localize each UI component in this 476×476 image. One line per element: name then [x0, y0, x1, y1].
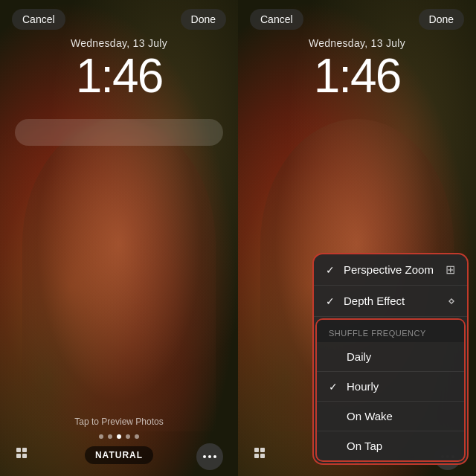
shuffle-frequency-title: Shuffle Frequency: [329, 329, 426, 338]
hourly-left: ✓ Hourly: [329, 380, 379, 393]
depth-effect-check: ✓: [326, 295, 338, 307]
perspective-zoom-left: ✓ Perspective Zoom: [326, 263, 434, 276]
left-lock-info: Wednesday, 13 July 1:46: [0, 37, 238, 100]
svg-rect-5: [260, 448, 265, 452]
right-lock-info: Wednesday, 13 July 1:46: [238, 37, 476, 100]
svg-rect-0: [16, 448, 21, 452]
right-date: Wednesday, 13 July: [238, 37, 476, 49]
daily-label: Daily: [347, 350, 371, 363]
depth-effect-label: Depth Effect: [344, 295, 405, 307]
left-tap-preview: Tap to Preview Photos: [74, 416, 163, 427]
perspective-zoom-icon: ⊞: [446, 263, 455, 277]
perspective-zoom-check: ✓: [326, 264, 338, 276]
dot-2: [208, 455, 211, 458]
left-done-button[interactable]: Done: [181, 9, 226, 30]
on-tap-item[interactable]: ✓ On Tap: [317, 431, 464, 460]
left-dot-1: [99, 434, 103, 439]
svg-rect-2: [16, 454, 21, 458]
svg-rect-1: [22, 448, 27, 452]
left-cancel-button[interactable]: Cancel: [12, 9, 65, 30]
right-top-bar: Cancel Done: [238, 0, 476, 39]
left-dots-row: [99, 434, 139, 439]
left-dot-5: [135, 434, 139, 439]
hourly-check: ✓: [329, 381, 341, 393]
left-widget-pill: [15, 119, 223, 146]
daily-left: ✓ Daily: [329, 350, 371, 363]
right-cancel-button[interactable]: Cancel: [250, 9, 303, 30]
dot-3: [213, 455, 216, 458]
left-time: 1:46: [0, 52, 238, 100]
svg-rect-4: [254, 448, 259, 452]
depth-effect-icon: ⋄: [448, 294, 455, 308]
dot-1: [203, 455, 206, 458]
left-dot-4: [126, 434, 130, 439]
daily-item[interactable]: ✓ Daily: [317, 342, 464, 372]
right-time: 1:46: [238, 52, 476, 100]
depth-effect-left: ✓ Depth Effect: [326, 295, 405, 307]
left-three-dots-button[interactable]: [196, 443, 223, 470]
left-widget-bar: [15, 119, 223, 146]
left-dot-3: [117, 434, 121, 439]
left-grid-icon[interactable]: [15, 446, 31, 466]
on-tap-label: On Tap: [347, 440, 382, 452]
on-tap-left: ✓ On Tap: [329, 440, 382, 452]
right-phone-panel: Cancel Done Wednesday, 13 July 1:46 ✓ Pe…: [238, 0, 476, 476]
hourly-item[interactable]: ✓ Hourly: [317, 372, 464, 402]
right-done-button[interactable]: Done: [419, 9, 464, 30]
hourly-label: Hourly: [347, 380, 379, 393]
context-menu: ✓ Perspective Zoom ⊞ ✓ Depth Effect ⋄ Sh…: [312, 253, 469, 465]
svg-rect-3: [22, 454, 27, 458]
depth-effect-item[interactable]: ✓ Depth Effect ⋄: [314, 286, 467, 317]
on-wake-item[interactable]: ✓ On Wake: [317, 402, 464, 431]
left-phone-panel: Cancel Done Wednesday, 13 July 1:46 Tap …: [0, 0, 238, 476]
shuffle-frequency-header: Shuffle Frequency: [317, 320, 464, 342]
left-natural-badge: NATURAL: [85, 446, 153, 464]
person-bg: [22, 119, 216, 431]
left-three-dots-container[interactable]: [196, 443, 223, 470]
svg-rect-6: [254, 454, 259, 458]
left-dot-2: [108, 434, 112, 439]
left-top-bar: Cancel Done: [0, 0, 238, 39]
svg-rect-7: [260, 454, 265, 458]
shuffle-section: Shuffle Frequency ✓ Daily ✓ Hourly ✓: [315, 318, 466, 462]
perspective-zoom-item[interactable]: ✓ Perspective Zoom ⊞: [314, 254, 467, 286]
left-date: Wednesday, 13 July: [0, 37, 238, 49]
perspective-zoom-label: Perspective Zoom: [344, 263, 434, 276]
on-wake-label: On Wake: [347, 410, 393, 422]
on-wake-left: ✓ On Wake: [329, 410, 393, 422]
